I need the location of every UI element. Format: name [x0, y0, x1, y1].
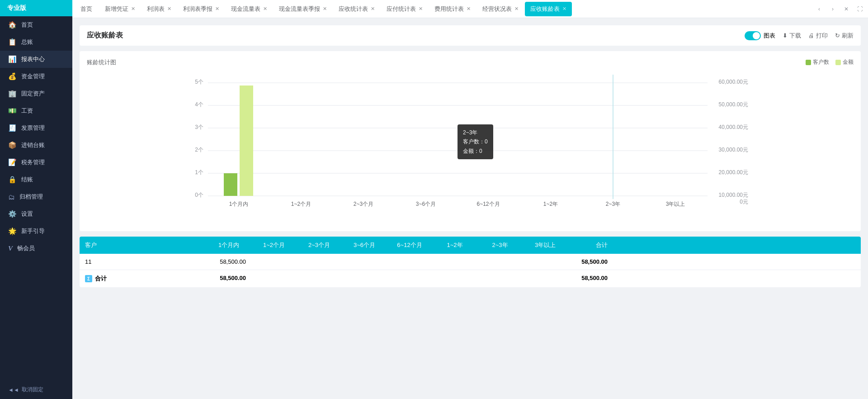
tab-ar-aging[interactable]: 应收账龄表 ✕ [525, 2, 572, 16]
sidebar-item-guide[interactable]: 🌟 新手引导 [0, 223, 72, 240]
td-y1 [432, 254, 477, 270]
tab-cashflow-close[interactable]: ✕ [263, 6, 267, 12]
pin-toggle[interactable]: ◄◄ 取消固定 [0, 380, 72, 399]
sidebar-item-label: 资金管理 [21, 72, 45, 81]
th-y2: 2~3年 [477, 237, 523, 254]
tab-home[interactable]: 首页 [74, 2, 99, 16]
tab-cashflow-quarter-close[interactable]: ✕ [323, 6, 327, 12]
td-total-m1: 58,500.00 [206, 270, 251, 287]
tab-home-label: 首页 [80, 5, 92, 13]
toggle-track[interactable] [745, 31, 761, 40]
settings-icon: ⚙️ [8, 210, 17, 218]
sidebar-item-label: 税务管理 [21, 158, 45, 166]
page-actions: 图表 ⬇ 下载 🖨 打印 ↻ 刷新 [745, 31, 854, 40]
th-y1: 1~2年 [432, 237, 477, 254]
td-y3 [523, 254, 568, 270]
sidebar-item-inventory[interactable]: 📦 进销台账 [0, 137, 72, 154]
tab-expand-button[interactable]: ⛶ [854, 3, 866, 15]
tab-profit-close[interactable]: ✕ [167, 6, 171, 12]
th-m1: 1个月内 [206, 237, 251, 254]
legend-customer-dot [806, 60, 811, 65]
legend-amount: 金额 [835, 58, 854, 66]
download-button[interactable]: ⬇ 下载 [783, 32, 801, 40]
download-label: 下载 [789, 32, 801, 40]
sidebar-item-label: 进销台账 [21, 141, 45, 149]
refresh-icon: ↻ [835, 32, 840, 39]
tab-ar-aging-close[interactable]: ✕ [562, 6, 566, 12]
tab-bar: 首页 新增凭证 ✕ 利润表 ✕ 利润表季报 ✕ 现金流量表 ✕ 现金流量表季报 … [72, 0, 868, 18]
tab-ap-stat[interactable]: 应付统计表 ✕ [381, 2, 428, 16]
table-header: 客户 1个月内 1~2个月 2~3个月 3~6个月 6~12个月 1~2年 2~… [80, 237, 861, 254]
tab-ar-stat-close[interactable]: ✕ [371, 6, 375, 12]
download-icon: ⬇ [783, 32, 788, 39]
tab-voucher-label: 新增凭证 [105, 5, 128, 13]
sidebar-item-funds[interactable]: 💰 资金管理 [0, 68, 72, 85]
toggle-label: 图表 [764, 32, 775, 40]
refresh-button[interactable]: ↻ 刷新 [835, 32, 854, 40]
tab-profit[interactable]: 利润表 ✕ [142, 2, 177, 16]
chart-svg: 5个 4个 3个 2个 1个 0个 60,000.00元 50,000.00元 … [87, 70, 854, 224]
sidebar-item-label: 固定资产 [21, 90, 45, 98]
svg-text:0元: 0元 [740, 199, 748, 205]
tab-next-button[interactable]: › [826, 3, 839, 15]
svg-text:1~2个月: 1~2个月 [291, 201, 311, 207]
tab-expense-stat-close[interactable]: ✕ [467, 6, 471, 12]
sidebar-item-closing[interactable]: 🔒 结账 [0, 171, 72, 188]
page-header: 应收账龄表 图表 ⬇ 下载 🖨 打印 ↻ 刷新 [80, 25, 861, 46]
tab-expense-stat[interactable]: 费用统计表 ✕ [429, 2, 476, 16]
tab-voucher[interactable]: 新增凭证 ✕ [99, 2, 141, 16]
tab-ap-stat-label: 应付统计表 [387, 5, 416, 13]
sidebar-item-payroll[interactable]: 💵 工资 [0, 102, 72, 119]
tab-profit-label: 利润表 [147, 5, 165, 13]
tab-cashflow[interactable]: 现金流量表 ✕ [226, 2, 273, 16]
td-m12 [387, 254, 432, 270]
sidebar-item-label: 畅会员 [17, 244, 35, 252]
sidebar-item-archive[interactable]: 🗂 归档管理 [0, 188, 72, 205]
sidebar-item-tax[interactable]: 📝 税务管理 [0, 154, 72, 171]
print-button[interactable]: 🖨 打印 [808, 32, 828, 40]
total-icon: Σ [85, 275, 92, 282]
sidebar-item-label: 首页 [21, 21, 33, 29]
tab-cashflow-label: 现金流量表 [231, 5, 260, 13]
chart-area: 账龄统计图 客户数 金额 5个 4个 3个 2个 1个 [80, 51, 861, 231]
ledger-icon: 📋 [8, 38, 17, 46]
svg-text:1~2年: 1~2年 [543, 201, 558, 207]
bar-amount-1 [240, 86, 253, 196]
th-m12: 6~12个月 [387, 237, 432, 254]
svg-text:4个: 4个 [195, 101, 203, 108]
tab-voucher-close[interactable]: ✕ [131, 6, 135, 12]
tab-profit-quarter-close[interactable]: ✕ [215, 6, 219, 12]
sidebar-item-label: 发票管理 [21, 124, 45, 132]
tab-profit-quarter[interactable]: 利润表季报 ✕ [178, 2, 225, 16]
legend-amount-dot [835, 60, 841, 65]
sidebar-item-invoice[interactable]: 🧾 发票管理 [0, 119, 72, 137]
total-row-label: 合计 [95, 275, 107, 283]
tab-biz-stat-close[interactable]: ✕ [514, 6, 519, 12]
td-m3 [297, 254, 342, 270]
td-total-y1 [432, 270, 477, 287]
svg-text:3个: 3个 [195, 124, 203, 130]
sidebar-item-assets[interactable]: 🏢 固定资产 [0, 85, 72, 102]
guide-icon: 🌟 [8, 227, 17, 235]
tab-prev-button[interactable]: ‹ [813, 3, 826, 15]
sidebar-item-home[interactable]: 🏠 首页 [0, 16, 72, 33]
td-m1: 58,500.00 [206, 254, 251, 270]
sidebar-item-label: 结账 [21, 176, 33, 184]
tab-close-all-button[interactable]: ✕ [840, 3, 853, 15]
sidebar-item-settings[interactable]: ⚙️ 设置 [0, 205, 72, 223]
tab-ap-stat-close[interactable]: ✕ [419, 6, 423, 12]
sidebar-item-ledger[interactable]: 📋 总账 [0, 33, 72, 51]
sidebar-item-reports[interactable]: 📊 报表中心 [0, 51, 72, 68]
th-y3: 3年以上 [523, 237, 568, 254]
tab-ar-stat[interactable]: 应收统计表 ✕ [333, 2, 380, 16]
chart-container: 5个 4个 3个 2个 1个 0个 60,000.00元 50,000.00元 … [87, 70, 854, 224]
th-customer: 客户 [80, 237, 206, 254]
tab-biz-stat[interactable]: 经营状况表 ✕ [477, 2, 524, 16]
td-total-y3 [523, 270, 568, 287]
tab-cashflow-quarter[interactable]: 现金流量表季报 ✕ [274, 2, 332, 16]
chart-legend: 客户数 金额 [806, 58, 854, 66]
td-m6 [342, 254, 387, 270]
inventory-icon: 📦 [8, 141, 17, 149]
chart-toggle[interactable]: 图表 [745, 31, 775, 40]
sidebar-item-member[interactable]: V 畅会员 [0, 240, 72, 257]
